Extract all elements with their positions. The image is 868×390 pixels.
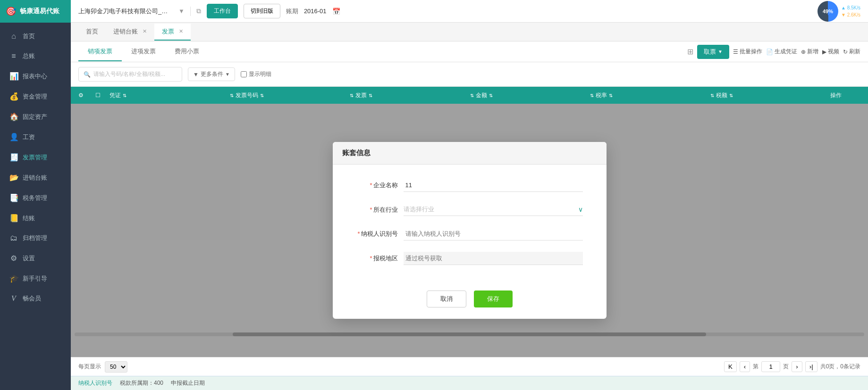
company-dropdown-icon[interactable]: ▼ bbox=[178, 8, 185, 15]
tax-info: 纳税人识别号 bbox=[78, 379, 112, 387]
sort-icon-rate2: ⇅ bbox=[609, 93, 613, 98]
sidebar-item-ledger[interactable]: ≡ 总账 bbox=[0, 46, 71, 66]
sidebar-item-settings[interactable]: ⚙ 设置 bbox=[0, 248, 71, 268]
calendar-icon[interactable]: 📅 bbox=[332, 8, 340, 15]
tax-period: 税款所属期：400 bbox=[120, 379, 163, 387]
th-voucher: 凭证 ⇅ bbox=[106, 91, 226, 100]
deadline: 申报截止日期 bbox=[171, 379, 205, 387]
sidebar-item-purchase-sale[interactable]: 📂 进销台账 bbox=[0, 167, 71, 188]
new-label[interactable]: ⊕ 新增 bbox=[801, 48, 818, 56]
settings-icon: ⚙ bbox=[9, 254, 18, 263]
sidebar-label-asset: 固定资产 bbox=[23, 113, 47, 121]
sidebar-item-guide[interactable]: 🎓 新手引导 bbox=[0, 268, 71, 289]
sidebar-label-archive: 归档管理 bbox=[23, 234, 47, 242]
invoice-tab-expense-label: 费用小票 bbox=[175, 48, 199, 55]
industry-placeholder: 请选择行业 bbox=[404, 205, 578, 214]
sidebar-item-report[interactable]: 📊 报表中心 bbox=[0, 66, 71, 86]
sort-icon-invoice2: ⇅ bbox=[260, 93, 264, 98]
copy-icon[interactable]: ⧉ bbox=[196, 7, 201, 15]
sidebar-item-asset[interactable]: 🏠 固定资产 bbox=[0, 107, 71, 127]
batch-op-label[interactable]: ☰ 批量操作 bbox=[733, 48, 762, 56]
tax-id-label: *纳税人识别号 bbox=[356, 230, 404, 238]
archive-icon: 🗂 bbox=[9, 234, 18, 242]
content-area: 账套信息 *企业名称 *所在行业 bbox=[71, 104, 868, 357]
topbar: 上海卯金刀电子科技有限公司_（台201... ▼ ⧉ 工作台 切到旧版 账期 2… bbox=[71, 0, 868, 23]
fund-icon: 💰 bbox=[9, 92, 18, 101]
tax-icon: 📑 bbox=[9, 193, 18, 202]
sidebar-header: 🎯 畅康通易代账 bbox=[0, 0, 71, 23]
sort-icon-type2: ⇅ bbox=[369, 93, 372, 98]
form-row-tax-region: *报税地区 bbox=[356, 252, 583, 265]
filter-dropdown-icon: ▼ bbox=[225, 72, 230, 77]
sort-icon-voucher: ⇅ bbox=[123, 93, 126, 98]
th-checkbox[interactable]: ☐ bbox=[92, 92, 106, 99]
sidebar-item-close[interactable]: 📒 结账 bbox=[0, 208, 71, 228]
status-bar: 纳税人识别号 税款所属期：400 申报截止日期 bbox=[71, 376, 868, 390]
total-count: 共0页，0条记录 bbox=[820, 363, 860, 371]
sidebar-item-home[interactable]: ⌂ 首页 bbox=[0, 26, 71, 46]
close-account-icon: 📒 bbox=[9, 214, 18, 223]
page-input[interactable] bbox=[761, 361, 780, 372]
modal-dialog: 账套信息 *企业名称 *所在行业 bbox=[333, 142, 607, 319]
cancel-button[interactable]: 取消 bbox=[427, 290, 466, 307]
generate-cert-label[interactable]: 📄 生成凭证 bbox=[766, 48, 797, 56]
show-detail-input[interactable] bbox=[241, 71, 247, 77]
video-icon: ▶ bbox=[822, 49, 826, 55]
speed-up: ▲ 8.5K/s bbox=[841, 4, 860, 11]
ticket-button[interactable]: 取票 ▼ bbox=[697, 45, 729, 59]
modal-title: 账套信息 bbox=[342, 149, 371, 157]
last-page-button[interactable]: ›| bbox=[805, 361, 817, 372]
search-input-wrapper[interactable]: 🔍 请输入号码/名称/全额/税额... bbox=[78, 67, 182, 82]
save-button[interactable]: 保存 bbox=[474, 290, 513, 307]
invoice-tab-purchase[interactable]: 进项发票 bbox=[122, 42, 165, 61]
tab-purchase-sale[interactable]: 进销台账 ✕ bbox=[106, 24, 154, 41]
industry-label: *所在行业 bbox=[356, 206, 404, 214]
sidebar-item-member[interactable]: V 畅会员 bbox=[0, 289, 71, 308]
switch-old-button[interactable]: 切到旧版 bbox=[244, 4, 280, 18]
industry-select-wrapper[interactable]: 请选择行业 ∨ bbox=[404, 203, 583, 216]
first-page-button[interactable]: K bbox=[724, 361, 737, 372]
company-name-input[interactable] bbox=[404, 179, 583, 192]
tax-id-input[interactable] bbox=[404, 227, 583, 241]
search-icon: 🔍 bbox=[84, 71, 91, 78]
sidebar-label-tax: 税务管理 bbox=[23, 194, 47, 202]
grid-view-icon[interactable]: ⊞ bbox=[687, 47, 693, 56]
tab-purchase-sale-close-icon[interactable]: ✕ bbox=[143, 28, 147, 34]
th-invoice-number: ⇅ 发票号码 ⇅ bbox=[226, 91, 346, 100]
prev-page-button[interactable]: ‹ bbox=[740, 361, 750, 372]
sidebar-item-tax[interactable]: 📑 税务管理 bbox=[0, 188, 71, 208]
filter-button[interactable]: ▼ 更多条件 ▼ bbox=[188, 67, 235, 81]
invoice-tab-expense[interactable]: 费用小票 bbox=[165, 42, 209, 61]
sidebar-item-archive[interactable]: 🗂 归档管理 bbox=[0, 228, 71, 248]
video-label[interactable]: ▶ 视频 bbox=[822, 48, 839, 56]
sidebar-label-ledger: 总账 bbox=[23, 52, 35, 60]
speed-down: ▼ 2.6K/s bbox=[841, 11, 860, 18]
required-star-region: * bbox=[370, 255, 372, 262]
refresh-label[interactable]: ↻ 刷新 bbox=[843, 48, 860, 56]
th-invoice-type: ⇅ 发票 ⇅ bbox=[346, 91, 466, 100]
invoice-tab-sales[interactable]: 销项发票 bbox=[78, 42, 122, 61]
sidebar-item-fund[interactable]: 💰 资金管理 bbox=[0, 86, 71, 107]
toolbar-right-actions: ⊞ 取票 ▼ ☰ 批量操作 📄 生成凭证 ⊕ 新增 ▶ bbox=[687, 45, 860, 59]
show-detail-label: 显示明细 bbox=[249, 70, 271, 78]
sidebar-label-close: 结账 bbox=[23, 214, 35, 223]
show-detail-checkbox[interactable]: 显示明细 bbox=[241, 70, 271, 78]
workbench-button[interactable]: 工作台 bbox=[207, 4, 238, 18]
per-page-select[interactable]: 50 bbox=[105, 361, 127, 373]
th-amount: ⇅ 金额 ⇅ bbox=[466, 91, 587, 100]
batch-op-icon: ☰ bbox=[733, 49, 738, 55]
tab-invoice[interactable]: 发票 ✕ bbox=[154, 24, 191, 41]
footer: 每页显示 50 K ‹ 第 页 › ›| 共0页，0条记录 bbox=[71, 357, 868, 376]
tab-invoice-close-icon[interactable]: ✕ bbox=[179, 28, 183, 34]
sort-icon-invoice: ⇅ bbox=[230, 93, 234, 98]
network-circle: 49% bbox=[817, 1, 838, 22]
tab-home[interactable]: 首页 bbox=[78, 24, 106, 41]
next-page-button[interactable]: › bbox=[792, 361, 802, 372]
modal-body: *企业名称 *所在行业 请选择行业 ∨ bbox=[333, 165, 607, 286]
th-settings: ⚙ bbox=[75, 92, 92, 99]
sidebar-item-invoice[interactable]: 🧾 发票管理 bbox=[0, 147, 71, 167]
th-tax-amount: ⇅ 税额 ⇅ bbox=[707, 91, 827, 100]
sidebar-item-salary[interactable]: 👤 工资 bbox=[0, 127, 71, 147]
per-page-label: 每页显示 bbox=[78, 363, 101, 371]
sort-icon-amount: ⇅ bbox=[470, 93, 474, 98]
